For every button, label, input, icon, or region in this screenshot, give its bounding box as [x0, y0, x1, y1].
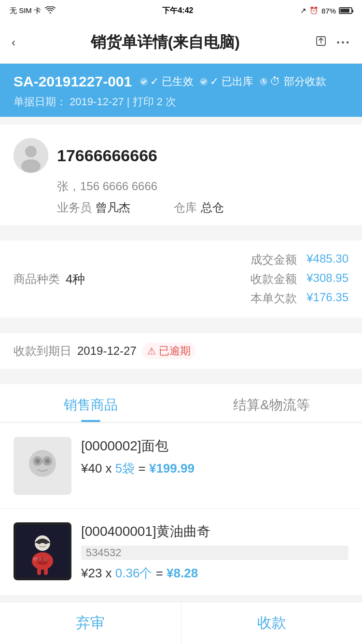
status-time: 下午4:42: [162, 6, 193, 16]
status-effective: ✓ 已生效: [139, 74, 194, 89]
due-section: 收款到期日 2019-12-27 ⚠ 已逾期: [0, 333, 362, 369]
staff-name: 曾凡杰: [96, 200, 130, 215]
status-bar: 无 SIM 卡 下午4:42 ↗ ⏰ 87%: [0, 0, 362, 21]
header-band: SA-20191227-001 ✓ 已生效 ✓ 已出库 ⏱ 部分收款 单据日期：…: [0, 64, 362, 117]
product-price-2: ¥23 x 0.36个 = ¥8.28: [81, 565, 348, 582]
svg-point-8: [29, 450, 56, 477]
battery-percent: 87%: [321, 7, 336, 15]
status-shipped: ✓ 已出库: [199, 74, 253, 89]
svg-point-16: [37, 540, 41, 544]
status-left: 无 SIM 卡: [10, 6, 56, 15]
product-price-1: ¥40 x 5袋 = ¥199.99: [81, 460, 348, 477]
product-thumb-2: 鸭先知: [14, 522, 71, 580]
warehouse-label: 仓库: [174, 200, 197, 215]
amount-label: 成交金额: [251, 252, 297, 267]
product-name-2: [000400001]黄油曲奇: [81, 522, 348, 541]
svg-point-5: [25, 146, 37, 157]
header-date-info: 单据日期： 2019-12-27 | 打印 2 次: [14, 95, 348, 109]
product-thumb-1: [14, 437, 71, 495]
stats-section: 商品种类 4种 成交金额 ¥485.30 收款金额 ¥308.95 本单欠款 ¥…: [0, 240, 362, 318]
alarm-icon: ⏰: [309, 6, 319, 15]
staff-label: 业务员: [57, 200, 92, 215]
received-value: ¥308.95: [306, 271, 348, 287]
page-title: 销货单详情(来自电脑): [91, 32, 240, 53]
product-info-2: [000400001]黄油曲奇 534532 ¥23 x 0.36个 = ¥8.…: [81, 522, 348, 582]
product-name-1: [0000002]面包: [81, 437, 348, 455]
svg-point-6: [21, 159, 41, 173]
svg-point-12: [45, 459, 50, 463]
status-partial: ⏱ 部分收款: [259, 74, 326, 89]
warehouse-name: 总仓: [201, 200, 224, 215]
svg-text:鸭先知: 鸭先知: [33, 557, 48, 562]
category-count: 4种: [66, 271, 85, 288]
svg-point-2: [200, 78, 208, 85]
customer-phone: 17666666666: [57, 146, 157, 165]
tab-logistics[interactable]: 结算&物流等: [181, 384, 362, 422]
more-button[interactable]: ···: [336, 35, 350, 50]
category-label: 商品种类: [14, 271, 60, 287]
tab-products[interactable]: 销售商品: [0, 384, 181, 422]
product-info-1: [0000002]面包 ¥40 x 5袋 = ¥199.99: [81, 437, 348, 477]
confirm-button[interactable]: 收款: [181, 602, 362, 644]
debt-value: ¥176.35: [306, 291, 348, 306]
share-button[interactable]: [315, 35, 327, 50]
status-right: ↗ ⏰ 87%: [300, 6, 352, 15]
due-label: 收款到期日: [14, 343, 71, 359]
product-item-2: 鸭先知 [000400001]黄油曲奇 534532 ¥23 x 0.36个 =…: [0, 509, 362, 596]
order-id: SA-20191227-001: [14, 73, 132, 90]
reject-button[interactable]: 弃审: [0, 602, 181, 644]
products-section: [0000002]面包 ¥40 x 5袋 = ¥199.99: [0, 423, 362, 596]
product-item: [0000002]面包 ¥40 x 5袋 = ¥199.99: [0, 423, 362, 509]
overdue-text: 已逾期: [159, 344, 191, 358]
svg-point-1: [140, 78, 148, 85]
svg-rect-20: [44, 567, 48, 575]
overdue-badge: ⚠ 已逾期: [142, 343, 195, 359]
battery-icon: [339, 7, 352, 14]
status-badges: ✓ 已生效 ✓ 已出库 ⏱ 部分收款: [139, 74, 326, 89]
wifi-icon: [45, 6, 56, 15]
svg-point-11: [35, 459, 40, 463]
svg-point-17: [44, 540, 48, 544]
svg-rect-13: [16, 525, 69, 578]
debt-label: 本单欠款: [251, 291, 297, 306]
nav-actions: ···: [315, 35, 350, 50]
product-sku-2: 534532: [81, 546, 348, 560]
amount-stats: 成交金额 ¥485.30 收款金额 ¥308.95 本单欠款 ¥176.35: [251, 252, 348, 306]
svg-rect-19: [37, 567, 41, 575]
nav-bar: ‹ 销货单详情(来自电脑) ···: [0, 21, 362, 64]
received-label: 收款金额: [251, 271, 297, 287]
amount-value: ¥485.30: [306, 252, 348, 267]
customer-section: 17666666666 张，156 6666 6666 业务员 曾凡杰 仓库 总…: [0, 125, 362, 225]
back-button[interactable]: ‹: [12, 36, 15, 49]
location-icon: ↗: [300, 6, 306, 15]
overdue-icon: ⚠: [147, 345, 156, 357]
customer-staff-row: 业务员 曾凡杰 仓库 总仓: [14, 200, 348, 215]
customer-avatar: [14, 138, 48, 173]
customer-name: 张，156 6666 6666: [14, 179, 348, 194]
due-date: 2019-12-27: [77, 344, 137, 358]
category-stats: 商品种类 4种: [14, 252, 85, 306]
carrier-text: 无 SIM 卡: [10, 6, 41, 15]
bottom-bar: 弃审 收款: [0, 602, 362, 644]
tabs-section: 销售商品 结算&物流等: [0, 384, 362, 422]
